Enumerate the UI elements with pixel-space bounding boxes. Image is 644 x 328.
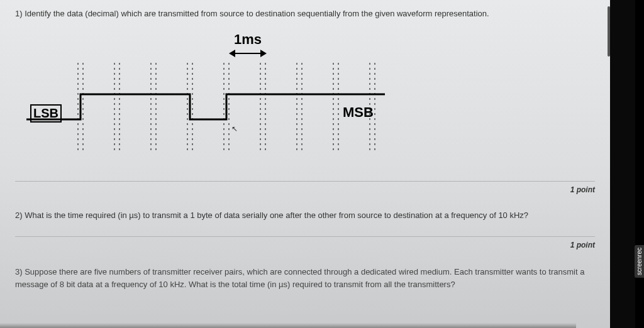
q1-text: Identify the data (decimal) which are tr… (25, 9, 489, 18)
waveform-diagram: 1ms (26, 31, 391, 163)
document-page: 1) Identify the data (decimal) which are… (0, 0, 610, 328)
q3-number: 3) (15, 267, 23, 276)
divider (15, 181, 595, 182)
q2-number: 2) (15, 210, 23, 220)
msb-label: MSB (343, 104, 374, 121)
bit-period-label: 1ms (234, 31, 262, 48)
question-3: 3) Suppose there are five numbers of tra… (15, 266, 595, 292)
lsb-label: LSB (30, 104, 62, 123)
scrollbar[interactable] (602, 0, 610, 328)
screenrec-badge: screenrec (635, 245, 644, 278)
waveform-svg (26, 50, 391, 163)
q3-text: Suppose there are five numbers of transm… (15, 267, 584, 290)
bottom-edge (0, 323, 576, 328)
points-label-1: 1 point (15, 185, 595, 194)
question-2: 2) What is the time required (in µs) to … (15, 210, 595, 220)
q1-number: 1) (15, 9, 23, 18)
points-label-2: 1 point (15, 241, 595, 249)
cursor-icon: ↖ (231, 124, 238, 133)
question-1: 1) Identify the data (decimal) which are… (15, 8, 595, 20)
divider (15, 236, 595, 237)
q2-text: What is the time required (in µs) to tra… (25, 210, 528, 220)
right-dark-bar (610, 0, 635, 328)
